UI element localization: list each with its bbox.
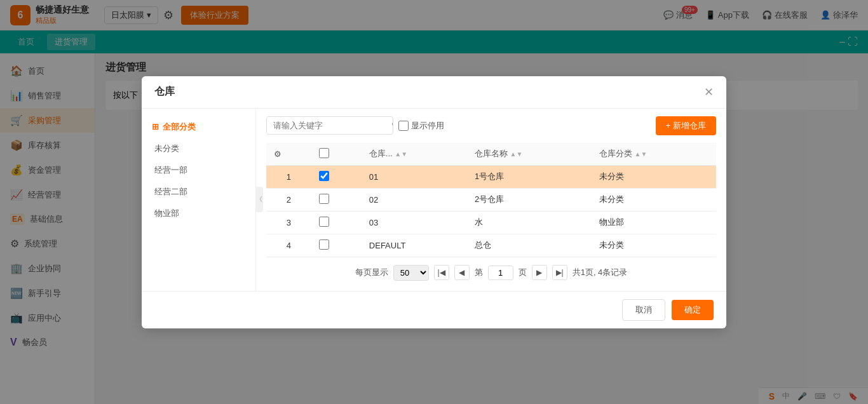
row-checkbox[interactable]: [319, 217, 329, 227]
table-toolbar: 🔍 显示停用 + 新增仓库: [266, 116, 716, 135]
row-checkbox[interactable]: [319, 194, 329, 204]
category-item-ops2[interactable]: 经营二部: [142, 181, 255, 203]
table-panel: 🔍 显示停用 + 新增仓库 ⚙: [256, 109, 726, 291]
table-row[interactable]: 2 02 2号仓库 未分类: [266, 188, 716, 211]
table-row[interactable]: 3 03 水 物业部: [266, 211, 716, 234]
th-category[interactable]: 仓库分类 ▲▼: [592, 143, 716, 166]
modal-header: 仓库 ✕: [142, 76, 726, 109]
select-all-checkbox[interactable]: [319, 148, 329, 158]
row-name: 2号仓库: [467, 188, 592, 211]
category-all[interactable]: ⊞ 全部分类: [142, 116, 255, 138]
row-name: 水: [467, 211, 592, 234]
modal-close-button[interactable]: ✕: [704, 85, 714, 99]
last-page-button[interactable]: ▶|: [552, 265, 567, 280]
row-code: 03: [362, 211, 467, 234]
search-input[interactable]: [267, 117, 386, 134]
per-page-label: 每页显示: [355, 267, 388, 278]
prev-page-button[interactable]: ◀: [454, 265, 470, 280]
row-category: 物业部: [592, 211, 716, 234]
th-name[interactable]: 仓库名称 ▲▼: [467, 143, 592, 166]
row-num: 3: [266, 211, 311, 234]
row-checkbox-cell: [311, 211, 362, 234]
th-checkbox: [311, 143, 362, 166]
row-category: 未分类: [592, 165, 716, 188]
show-disabled-label: 显示停用: [411, 120, 444, 131]
category-item-property[interactable]: 物业部: [142, 203, 255, 224]
first-page-button[interactable]: |◀: [434, 265, 449, 280]
table-row[interactable]: 4 DEFAULT 总仓 未分类: [266, 234, 716, 257]
modal-overlay: 仓库 ✕ ⊞ 全部分类 未分类 经营一部 经营二部 物业部 《: [0, 0, 868, 404]
table-row[interactable]: 1 01 1号仓库 未分类: [266, 165, 716, 188]
category-panel: ⊞ 全部分类 未分类 经营一部 经营二部 物业部 《: [142, 109, 256, 291]
category-item-ops1[interactable]: 经营一部: [142, 159, 255, 181]
row-name: 1号仓库: [467, 165, 592, 188]
row-checkbox-cell: [311, 234, 362, 257]
page-suffix: 页: [519, 267, 527, 278]
warehouse-table: ⚙ 仓库... ▲▼ 仓库名称 ▲▼ 仓库分类 ▲▼ 1 01 1号仓库 未分类: [266, 143, 716, 257]
row-checkbox[interactable]: [319, 239, 329, 250]
show-disabled-wrap: 显示停用: [398, 120, 444, 131]
table-body: 1 01 1号仓库 未分类 2 02 2号仓库 未分类 3 03 水 物业部 4…: [266, 165, 716, 257]
warehouse-modal: 仓库 ✕ ⊞ 全部分类 未分类 经营一部 经营二部 物业部 《: [142, 76, 726, 328]
modal-body: ⊞ 全部分类 未分类 经营一部 经营二部 物业部 《 🔍: [142, 109, 726, 291]
category-all-label: 全部分类: [163, 121, 196, 133]
row-checkbox[interactable]: [319, 171, 329, 181]
row-category: 未分类: [592, 234, 716, 257]
row-code: 01: [362, 165, 467, 188]
row-code: 02: [362, 188, 467, 211]
cancel-button[interactable]: 取消: [622, 299, 665, 321]
confirm-button[interactable]: 确定: [672, 300, 714, 320]
search-button[interactable]: 🔍: [386, 117, 393, 134]
modal-footer: 取消 确定: [142, 291, 726, 328]
add-warehouse-button[interactable]: + 新增仓库: [656, 116, 716, 135]
grid-icon: ⊞: [152, 122, 159, 131]
total-info: 共1页, 4条记录: [573, 267, 628, 278]
row-name: 总仓: [467, 234, 592, 257]
table-container: ⚙ 仓库... ▲▼ 仓库名称 ▲▼ 仓库分类 ▲▼ 1 01 1号仓库 未分类: [266, 143, 716, 257]
th-code[interactable]: 仓库... ▲▼: [362, 143, 467, 166]
page-number-input[interactable]: [488, 266, 513, 280]
pagination: 每页显示 50 100 200 |◀ ◀ 第 页 ▶ ▶| 共1页, 4条记录: [266, 257, 716, 283]
row-checkbox-cell: [311, 188, 362, 211]
modal-title: 仓库: [154, 85, 175, 98]
per-page-select[interactable]: 50 100 200: [393, 265, 429, 281]
show-disabled-checkbox[interactable]: [398, 121, 409, 131]
category-item-uncategorized[interactable]: 未分类: [142, 138, 255, 159]
row-num: 2: [266, 188, 311, 211]
row-num: 4: [266, 234, 311, 257]
row-code: DEFAULT: [362, 234, 467, 257]
th-gear: ⚙: [266, 143, 311, 166]
collapse-panel-button[interactable]: 《: [255, 187, 263, 212]
row-category: 未分类: [592, 188, 716, 211]
row-num: 1: [266, 165, 311, 188]
table-head: ⚙ 仓库... ▲▼ 仓库名称 ▲▼ 仓库分类 ▲▼: [266, 143, 716, 166]
page-label: 第: [475, 267, 483, 278]
next-page-button[interactable]: ▶: [532, 265, 547, 280]
search-input-wrap: 🔍: [266, 116, 393, 135]
row-checkbox-cell: [311, 165, 362, 188]
